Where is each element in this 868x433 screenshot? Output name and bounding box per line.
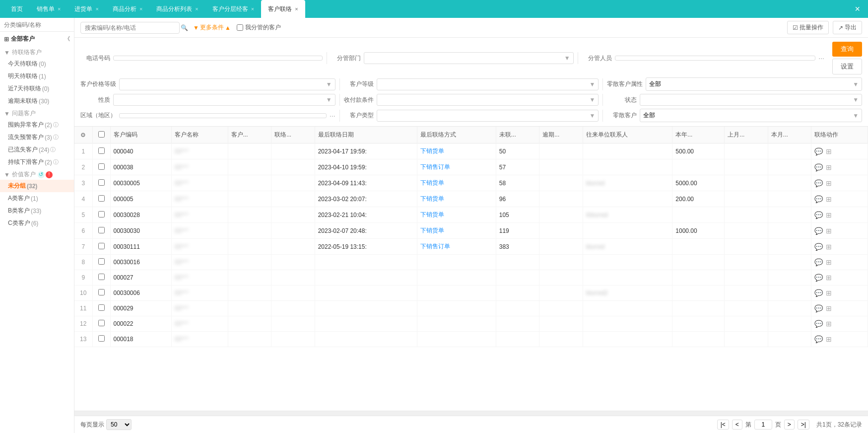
next-page-button[interactable]: > — [784, 420, 795, 430]
sidebar-item-churned[interactable]: 已流失客户 (24) ⓘ — [0, 144, 74, 156]
row-select-checkbox[interactable] — [98, 195, 105, 202]
last-page-button[interactable]: >| — [798, 420, 809, 430]
chat-icon[interactable]: 💬 — [814, 289, 823, 297]
settings-icon[interactable]: ⚙ — [80, 132, 86, 139]
tab-customer-contact[interactable]: 客户联络 × — [261, 0, 305, 18]
page-input[interactable] — [754, 420, 772, 430]
close-icon[interactable]: × — [295, 6, 298, 12]
row-select-checkbox[interactable] — [98, 147, 105, 154]
last-method-link[interactable]: 下销售订单 — [420, 243, 450, 250]
sidebar-item-7days[interactable]: 近7天待联络 (0) — [0, 82, 74, 95]
grid-action-icon[interactable]: ⊞ — [826, 179, 832, 187]
row-select-checkbox[interactable] — [98, 274, 105, 280]
group-value-label[interactable]: ▼ 价值客户 ↺ ! — [0, 168, 74, 180]
close-icon[interactable]: × — [58, 6, 61, 12]
sidebar-item-declining[interactable]: 持续下滑客户 (2) ⓘ — [0, 156, 74, 168]
sidebar-item-abnormal[interactable]: 囤购异常客户 (2) ⓘ — [0, 119, 74, 131]
tab-sales[interactable]: 销售单 × — [30, 0, 67, 18]
grid-action-icon[interactable]: ⊞ — [826, 304, 832, 312]
last-method-link[interactable]: 下销货单 — [420, 147, 444, 154]
last-method-link[interactable]: 下销货单 — [420, 227, 444, 234]
sidebar-item-tomorrow[interactable]: 明天待联络 (1) — [0, 70, 74, 82]
sidebar-item-class-c[interactable]: C类客户 (6) — [0, 217, 74, 229]
row-select-checkbox[interactable] — [98, 243, 105, 249]
filter-search-button[interactable]: 🔍 — [181, 24, 188, 31]
row-select-checkbox[interactable] — [98, 179, 105, 186]
collapse-icon[interactable]: 《 — [65, 35, 70, 43]
phone-input[interactable] — [113, 56, 323, 61]
close-icon[interactable]: × — [139, 6, 142, 12]
grid-action-icon[interactable]: ⊞ — [826, 147, 832, 155]
last-method-link[interactable]: 下销货单 — [420, 195, 444, 202]
select-all-checkbox[interactable] — [98, 131, 105, 138]
last-method-link[interactable]: 下销货单 — [420, 211, 444, 218]
sidebar-search-input[interactable] — [4, 21, 74, 28]
row-select-checkbox[interactable] — [98, 163, 105, 170]
more-conditions-button[interactable]: ▼ 更多条件 ▲ — [193, 23, 231, 32]
chat-icon[interactable]: 💬 — [814, 258, 823, 266]
chat-icon[interactable]: 💬 — [814, 335, 823, 343]
row-select-checkbox[interactable] — [98, 211, 105, 217]
grid-action-icon[interactable]: ⊞ — [826, 211, 832, 219]
batch-ops-button[interactable]: ☑ 批量操作 — [787, 21, 829, 34]
manager-input[interactable] — [615, 56, 816, 61]
tab-product-analysis[interactable]: 商品分析 × — [106, 0, 149, 18]
dotdot-icon[interactable]: ··· — [818, 54, 824, 62]
close-icon[interactable]: × — [195, 6, 198, 12]
group-pending-label[interactable]: ▼ 待联络客户 — [0, 46, 74, 58]
export-button[interactable]: ↗ 导出 — [833, 21, 862, 34]
last-method-link[interactable]: 下销货单 — [420, 179, 444, 186]
chat-icon[interactable]: 💬 — [814, 320, 823, 328]
chat-icon[interactable]: 💬 — [814, 211, 823, 219]
group-problem-label[interactable]: ▼ 问题客户 — [0, 107, 74, 119]
chat-icon[interactable]: 💬 — [814, 304, 823, 312]
prev-page-button[interactable]: < — [732, 420, 742, 430]
grid-action-icon[interactable]: ⊞ — [826, 320, 832, 328]
grid-action-icon[interactable]: ⊞ — [826, 335, 832, 343]
sidebar-item-churn-warning[interactable]: 流失预警客户 (3) ⓘ — [0, 131, 74, 144]
dept-select[interactable]: ▼ — [364, 52, 573, 64]
row-select-checkbox[interactable] — [98, 258, 105, 265]
grid-action-icon[interactable]: ⊞ — [826, 243, 832, 251]
retail-customer-select[interactable]: 全部 ▼ — [640, 109, 862, 122]
tab-purchase[interactable]: 进货单 × — [67, 0, 105, 18]
customer-type-select[interactable]: ▼ — [377, 110, 599, 122]
status-select[interactable]: ▼ — [640, 94, 862, 106]
query-button[interactable]: 查询 — [832, 42, 862, 57]
grid-action-icon[interactable]: ⊞ — [826, 195, 832, 203]
window-close-button[interactable]: × — [851, 4, 864, 14]
grid-action-icon[interactable]: ⊞ — [826, 227, 832, 235]
first-page-button[interactable]: |< — [717, 420, 729, 430]
chat-icon[interactable]: 💬 — [814, 243, 823, 251]
close-icon[interactable]: × — [251, 6, 254, 12]
last-method-link[interactable]: 下销售订单 — [420, 163, 450, 170]
reset-button[interactable]: 设置 — [832, 59, 862, 74]
tab-product-list[interactable]: 商品分析列表 × — [149, 0, 205, 18]
row-select-checkbox[interactable] — [98, 227, 105, 233]
row-select-checkbox[interactable] — [98, 320, 105, 326]
grid-action-icon[interactable]: ⊞ — [826, 163, 832, 171]
page-size-select[interactable]: 50 100 200 — [106, 419, 132, 430]
row-select-checkbox[interactable] — [98, 289, 105, 295]
grid-action-icon[interactable]: ⊞ — [826, 274, 832, 282]
nature-select[interactable]: ▼ — [113, 94, 335, 106]
all-customers-header[interactable]: ⊞ 全部客户 《 — [0, 32, 74, 46]
region-input[interactable] — [119, 113, 327, 118]
price-level-select[interactable]: ▼ — [119, 78, 335, 90]
horizontal-scrollbar[interactable] — [74, 411, 868, 416]
sidebar-item-class-a[interactable]: A类客户 (1) — [0, 192, 74, 205]
row-select-checkbox[interactable] — [98, 335, 105, 342]
grid-action-icon[interactable]: ⊞ — [826, 289, 832, 297]
payment-select[interactable]: ▼ — [377, 94, 599, 106]
row-select-checkbox[interactable] — [98, 304, 105, 311]
chat-icon[interactable]: 💬 — [814, 227, 823, 235]
retail-attr-select[interactable]: 全部 ▼ — [646, 77, 862, 91]
sidebar-item-today[interactable]: 今天待联络 (0) — [0, 58, 74, 70]
chat-icon[interactable]: 💬 — [814, 147, 823, 155]
customer-level-select[interactable]: ▼ — [377, 78, 599, 90]
close-icon[interactable]: × — [95, 6, 98, 12]
chat-icon[interactable]: 💬 — [814, 195, 823, 203]
chat-icon[interactable]: 💬 — [814, 274, 823, 282]
chat-icon[interactable]: 💬 — [814, 163, 823, 171]
tab-customer-segment[interactable]: 客户分层经客 × — [205, 0, 261, 18]
